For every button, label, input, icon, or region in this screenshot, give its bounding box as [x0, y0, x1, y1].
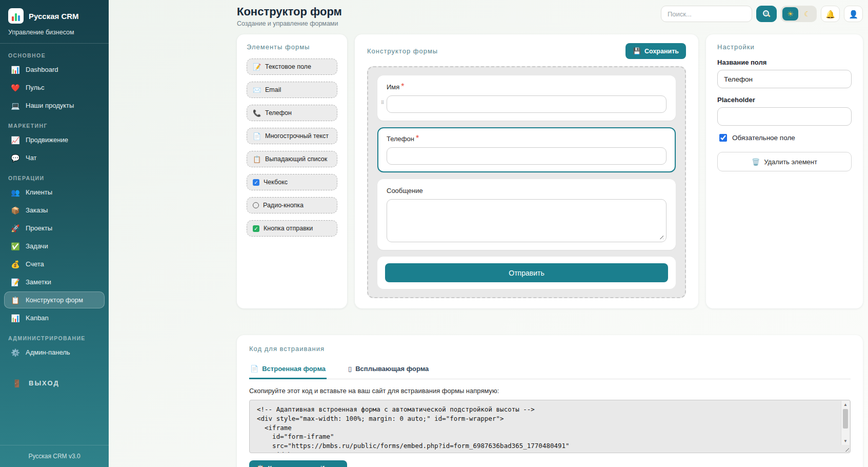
- sidebar-item-projects[interactable]: 🚀 Проекты: [4, 220, 105, 237]
- form-canvas[interactable]: ⠿ Имя* Телефон* Сообщ: [367, 66, 686, 298]
- sidebar-item-label: Админ-панель: [26, 348, 70, 356]
- logout-button[interactable]: 🚪 ВЫХОД: [7, 375, 102, 391]
- sidebar-item-kanban[interactable]: 📊 Kanban: [4, 309, 105, 326]
- search-input[interactable]: [661, 6, 752, 22]
- delete-element-label: Удалить элемент: [764, 158, 817, 166]
- page-heading: Конструктор форм Создание и управление ф…: [237, 4, 342, 27]
- form-elements-panel: Элементы формы 📝 Текстовое поле ✉️ Email…: [237, 34, 347, 308]
- tab-popup-form[interactable]: ▯ Всплывающая форма: [347, 361, 430, 379]
- gear-icon: ⚙️: [10, 349, 21, 356]
- profile-button[interactable]: 👤: [844, 6, 863, 22]
- sidebar-item-chat[interactable]: 💬 Чат: [4, 149, 105, 166]
- form-field-phone[interactable]: Телефон*: [377, 127, 676, 172]
- brand: Русская CRM: [0, 0, 109, 29]
- element-label: Чекбокс: [264, 179, 288, 186]
- door-icon: 🚪: [12, 380, 23, 387]
- resize-handle-icon[interactable]: [843, 446, 849, 452]
- element-label: Выпадающий список: [265, 155, 327, 163]
- required-field-checkbox[interactable]: [719, 134, 727, 142]
- panel-title: Элементы формы: [247, 43, 337, 51]
- sidebar-item-form-builder[interactable]: 📋 Конструктор форм: [4, 291, 105, 308]
- element-phone[interactable]: 📞 Телефон: [247, 105, 337, 121]
- form-field-name[interactable]: ⠿ Имя*: [377, 75, 676, 121]
- sidebar-item-pulse[interactable]: ❤️ Пульс: [4, 79, 105, 96]
- page-subtitle: Создание и управление формами: [237, 20, 342, 27]
- element-dropdown[interactable]: 📋 Выпадающий список: [247, 151, 337, 167]
- sidebar-item-admin-panel[interactable]: ⚙️ Админ-панель: [4, 344, 105, 361]
- memo-icon: 📝: [253, 64, 261, 70]
- light-theme-button[interactable]: ☀: [782, 7, 798, 21]
- element-radio-button[interactable]: Кнопка отправки Радио-кнопка: [247, 197, 337, 213]
- topbar-actions: ☀ ☾ 🔔 👤: [661, 6, 863, 22]
- scrollbar-thumb[interactable]: [843, 409, 848, 429]
- sidebar-item-label: Kanban: [26, 314, 49, 322]
- dark-theme-button[interactable]: ☾: [799, 7, 815, 21]
- sidebar-item-tasks[interactable]: ✅ Задачи: [4, 238, 105, 255]
- delete-element-button[interactable]: 🗑️ Удалить элемент: [717, 152, 852, 171]
- sidebar-item-label: Пульс: [26, 84, 44, 91]
- scroll-down-icon[interactable]: ▼: [841, 439, 850, 443]
- field-name-input[interactable]: [717, 70, 852, 88]
- tab-label: Встроенная форма: [262, 365, 326, 373]
- sidebar-item-promotion[interactable]: 📈 Продвижение: [4, 131, 105, 148]
- nav-section-admin: АДМИНИСТРИРОВАНИЕ: [8, 335, 100, 341]
- placeholder-input[interactable]: [717, 107, 852, 126]
- radio-circle-icon: [253, 202, 259, 208]
- sidebar-item-label: Чат: [26, 154, 37, 162]
- notifications-button[interactable]: 🔔: [821, 6, 840, 22]
- scroll-up-icon[interactable]: ▲: [841, 402, 850, 407]
- embed-code-textarea[interactable]: <!-- Адаптивная встроенная форма с автом…: [249, 400, 851, 453]
- sidebar-item-label: Клиенты: [26, 188, 52, 196]
- message-textarea[interactable]: [387, 199, 667, 242]
- code-scrollbar[interactable]: ▲ ▼: [841, 401, 850, 445]
- chart-up-icon: 📈: [10, 137, 21, 144]
- sidebar-footer-version: Русская CRM v3.0: [0, 445, 109, 467]
- sidebar-item-orders[interactable]: 📦 Заказы: [4, 202, 105, 219]
- search-icon: [763, 10, 770, 17]
- element-email[interactable]: ✉️ Email: [247, 82, 337, 98]
- floppy-disk-icon: 💾: [633, 47, 641, 55]
- page-icon: 📄: [253, 133, 261, 140]
- sun-icon: ☀: [787, 10, 794, 18]
- constructor-header: Конструктор формы 💾 Сохранить: [367, 43, 686, 59]
- required-asterisk: *: [401, 82, 404, 91]
- panel-title: Конструктор формы: [367, 47, 438, 55]
- rocket-icon: 🚀: [10, 225, 21, 232]
- page-icon: 📄: [250, 365, 258, 373]
- save-button-label: Сохранить: [644, 48, 679, 55]
- name-input[interactable]: [387, 95, 667, 113]
- memo-icon: 📝: [10, 279, 21, 286]
- drag-handle-icon[interactable]: ⠿: [381, 100, 385, 105]
- window-icon: ▯: [348, 365, 352, 373]
- sidebar-item-label: Заказы: [26, 206, 48, 214]
- chat-bubble-icon: 💬: [10, 154, 21, 162]
- element-submit-button[interactable]: ✓ Кнопка отправки: [247, 220, 337, 237]
- settings-panel: Настройки Название поля Placeholder Обяз…: [706, 34, 863, 308]
- sidebar-item-notes[interactable]: 📝 Заметки: [4, 274, 105, 290]
- save-button[interactable]: 💾 Сохранить: [625, 43, 686, 59]
- sidebar-item-products[interactable]: 💻 Наши продукты: [4, 97, 105, 114]
- element-multiline-text[interactable]: 📄 Многострочный текст: [247, 128, 337, 144]
- form-field-message[interactable]: Сообщение: [377, 179, 676, 250]
- field-label: Имя: [387, 83, 399, 91]
- sidebar-item-invoices[interactable]: 💰 Счета: [4, 256, 105, 273]
- tab-inline-form[interactable]: 📄 Встроенная форма: [249, 361, 327, 379]
- submit-button[interactable]: Отправить: [385, 263, 668, 282]
- copy-iframe-code-button[interactable]: 📋 Копировать код iframe: [249, 460, 347, 467]
- phone-input[interactable]: [387, 147, 667, 165]
- sidebar-item-label: Dashboard: [26, 66, 58, 73]
- element-label: Многострочный текст: [265, 132, 329, 140]
- builder-row: Элементы формы 📝 Текстовое поле ✉️ Email…: [237, 34, 863, 308]
- bar-chart-icon: 📊: [10, 315, 21, 322]
- sidebar-item-dashboard[interactable]: 📊 Dashboard: [4, 61, 105, 78]
- sidebar-item-label: Задачи: [26, 242, 48, 250]
- sidebar-item-clients[interactable]: 👥 Клиенты: [4, 184, 105, 201]
- page-title: Конструктор форм: [237, 5, 342, 18]
- resize-handle-icon[interactable]: [658, 234, 663, 239]
- element-text-field[interactable]: 📝 Текстовое поле: [247, 59, 337, 75]
- search-button[interactable]: [756, 6, 777, 22]
- bell-icon: 🔔: [825, 10, 835, 18]
- tab-label: Всплывающая форма: [355, 365, 429, 373]
- element-checkbox[interactable]: ✓ Чекбокс: [247, 174, 337, 190]
- sidebar-nav: ОСНОВНОЕ 📊 Dashboard ❤️ Пульс 💻 Наши про…: [0, 44, 109, 391]
